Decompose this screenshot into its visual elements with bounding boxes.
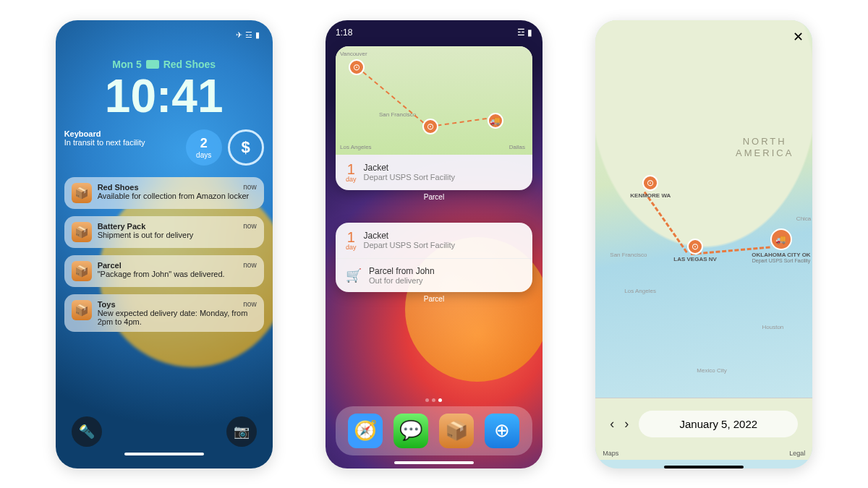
flashlight-icon: 🔦	[79, 424, 95, 440]
stop[interactable]: ⊙ LAS VEGAS NV	[673, 239, 717, 262]
camera-button[interactable]: 📷	[226, 416, 257, 447]
notification-title: Battery Pack	[98, 222, 194, 231]
close-button[interactable]: ✕	[793, 29, 804, 45]
next-day-button[interactable]: ›	[624, 416, 629, 432]
eta: 1 day	[346, 162, 357, 183]
city-label: Los Angeles	[340, 144, 372, 150]
item-title: Parcel from John	[369, 266, 435, 276]
city-label: Houston	[762, 324, 784, 330]
lock-widgets: Keyboard In transit to next facility 2 d…	[64, 129, 264, 166]
price-widget[interactable]: $	[228, 129, 264, 166]
transit-widget[interactable]: Keyboard In transit to next facility	[64, 129, 180, 166]
notification-title: Toys	[98, 300, 257, 309]
prev-day-button[interactable]: ‹	[610, 416, 614, 432]
notification-time: now	[243, 300, 256, 308]
map-pin-icon: ⊙	[349, 59, 365, 75]
status-bar: 1:18 ☲ ▮	[336, 27, 532, 38]
plus-app-icon[interactable]: ⊕	[485, 414, 519, 448]
notification-body: New expected delivery date: Monday, from…	[98, 309, 257, 326]
notification[interactable]: 📦 Toys New expected delivery date: Monda…	[64, 294, 264, 332]
days-widget[interactable]: 2 days	[186, 129, 222, 166]
page-indicator[interactable]	[336, 398, 532, 402]
home-indicator[interactable]	[664, 466, 744, 468]
city-label: Los Angeles	[624, 288, 656, 294]
airplane-mode-icon: ✈	[236, 30, 242, 40]
notification-stack: 📦 Red Shoes Available for collection fro…	[64, 177, 264, 332]
home-indicator[interactable]	[124, 453, 204, 455]
close-icon: ✕	[793, 30, 804, 44]
flashlight-button[interactable]: 🔦	[72, 416, 102, 447]
map-pin-icon: ⊙	[642, 175, 658, 191]
days-number: 2	[200, 136, 208, 151]
home-indicator[interactable]	[394, 461, 474, 464]
tracking-widget-small[interactable]: 1 day Jacket Depart USPS Sort Facility 🛒…	[336, 223, 532, 292]
widget-item-row: 🛒 Parcel from John Out for delivery	[336, 258, 532, 292]
item-subtitle: Depart USPS Sort Facility	[364, 173, 456, 181]
parcel-app-icon: 📦	[72, 222, 92, 242]
route-line	[357, 67, 430, 128]
notification[interactable]: 📦 Parcel "Package from John" was deliver…	[64, 255, 264, 287]
parcel-app-icon[interactable]: 📦	[439, 414, 474, 448]
status-bar: ✈ ☲ ▮	[64, 29, 264, 41]
lock-date-row: Mon 5 Red Shoes	[64, 59, 264, 70]
route-line	[430, 116, 494, 127]
city-label: Chica	[796, 215, 811, 222]
notification[interactable]: 📦 Battery Pack Shipment is out for deliv…	[64, 216, 264, 248]
stop-name: OKLAHOMA CITY OK	[752, 252, 810, 258]
home-screen: 1:18 ☲ ▮ Vancouver San Francisco Los Ang…	[326, 20, 542, 468]
map-pin-truck-icon: 🚚	[488, 113, 503, 129]
map-pin-truck-icon: 🚚	[770, 228, 792, 250]
wifi-icon: ☲	[245, 30, 252, 40]
lock-footer: 🔦 📷	[64, 416, 264, 447]
item-subtitle: Depart USPS Sort Facility	[364, 241, 456, 249]
widget-label: Parcel	[336, 295, 532, 303]
stop[interactable]: ⊙ KENMORE WA	[630, 175, 671, 199]
legal-link[interactable]: Legal	[789, 450, 805, 457]
widget-item-row: 1 day Jacket Depart USPS Sort Facility	[336, 223, 532, 258]
safari-app-icon[interactable]: 🧭	[348, 414, 383, 448]
status-time: 1:18	[336, 27, 352, 38]
eta: 1 day	[346, 230, 357, 251]
notification-body: Shipment is out for delivery	[98, 231, 194, 239]
messages-app-icon[interactable]: 💬	[393, 414, 428, 448]
stop-name: LAS VEGAS NV	[673, 256, 717, 262]
eta-unit: day	[346, 176, 357, 183]
tracking-map[interactable]: NORTH AMERICA San Francisco Los Angeles …	[595, 20, 812, 398]
notification-body: Available for collection from Amazon loc…	[98, 192, 250, 200]
notification-body: "Package from John" was delivered.	[98, 270, 225, 278]
parcel-app-icon: 📦	[72, 261, 92, 281]
transit-widget-subtitle: In transit to next facility	[64, 138, 180, 147]
dock: 🧭 💬 📦 ⊕	[336, 406, 532, 455]
lock-widget-package: Red Shoes	[163, 59, 216, 70]
notification-time: now	[243, 183, 256, 191]
notification[interactable]: 📦 Red Shoes Available for collection fro…	[64, 177, 264, 209]
city-label: San Francisco	[610, 252, 647, 258]
dollar-icon: $	[242, 138, 250, 157]
camera-icon: 📷	[234, 424, 250, 440]
days-unit: days	[196, 151, 211, 159]
continent-label: NORTH AMERICA	[736, 136, 793, 160]
stop-current[interactable]: 🚚 OKLAHOMA CITY OK Depart USPS Sort Faci…	[752, 228, 810, 263]
parcel-app-icon: 📦	[72, 300, 92, 320]
item-subtitle: Out for delivery	[369, 276, 435, 285]
map-bottom-bar: ‹ › January 5, 2022 Maps Legal	[595, 398, 812, 460]
parcel-app-icon: 📦	[72, 183, 92, 203]
status-icons: ☲ ▮	[517, 27, 532, 38]
lock-date: Mon 5	[112, 59, 141, 70]
eta-unit: day	[346, 244, 357, 251]
city-label: Vancouver	[340, 51, 367, 57]
date-navigator: ‹ › January 5, 2022	[595, 398, 812, 450]
widget-map: Vancouver San Francisco Los Angeles Dall…	[336, 46, 532, 155]
tracking-widget-large[interactable]: Vancouver San Francisco Los Angeles Dall…	[336, 46, 532, 190]
map-pin-icon: ⊙	[687, 239, 703, 254]
map-pin-icon: ⊙	[422, 119, 438, 134]
city-label: Dallas	[509, 144, 525, 150]
lock-time: 10:41	[64, 73, 264, 119]
map-attribution: Maps Legal	[595, 450, 812, 460]
stop-status: Depart USPS Sort Facility	[752, 258, 811, 263]
truck-icon	[146, 60, 159, 69]
maps-logo: Maps	[603, 450, 618, 457]
eta-number: 1	[347, 230, 355, 244]
notification-time: now	[243, 261, 256, 269]
notification-title: Red Shoes	[98, 183, 250, 192]
